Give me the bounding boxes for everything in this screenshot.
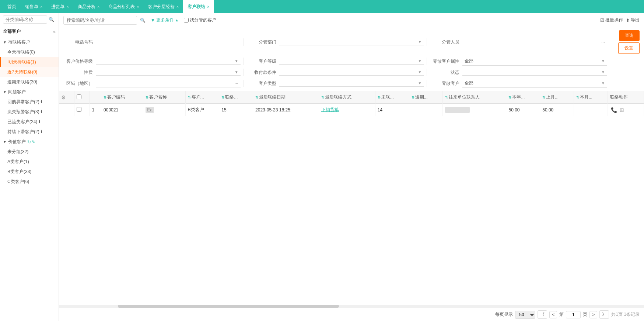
- sort-icon3: ⇅: [188, 95, 191, 99]
- more-conditions-btn[interactable]: ▼ 更多条件 ▲: [148, 15, 181, 25]
- col-gear[interactable]: ⚙: [59, 91, 74, 104]
- cell-action: 📞 ⊞: [608, 104, 644, 116]
- sort-icon: ⇅: [104, 95, 106, 99]
- first-page-btn[interactable]: 《: [538, 310, 547, 319]
- sort-icon4: ⇅: [221, 95, 224, 99]
- nav-customer-ops[interactable]: 客户分层经营 ×: [144, 0, 183, 13]
- sidebar-item-ungrouped[interactable]: 未分组(32): [0, 147, 59, 157]
- col-type[interactable]: ⇅客户...: [185, 91, 219, 104]
- col-code[interactable]: ⇅客户编码: [101, 91, 143, 104]
- value-edit-icon[interactable]: ✎: [32, 139, 35, 145]
- nav-goods-list-close[interactable]: ×: [137, 4, 139, 9]
- sidebar-item-class-a[interactable]: A类客户(1): [0, 157, 59, 167]
- sidebar-item-overdue[interactable]: 逾期未联络(30): [0, 77, 59, 87]
- nav-goods-analysis-close[interactable]: ×: [97, 4, 99, 9]
- sidebar-item-class-c[interactable]: C类客户(6): [0, 177, 59, 187]
- export-icon: ⬆: [626, 18, 630, 23]
- filter-customer-type: 客户类型 ▼: [247, 80, 424, 87]
- nav-sales-close[interactable]: ×: [40, 4, 42, 9]
- next-page-btn[interactable]: >: [589, 311, 597, 318]
- chevron-down-icon3: ▼: [418, 59, 421, 63]
- dept-select[interactable]: ▼: [279, 39, 424, 45]
- grid-icon[interactable]: ⊞: [620, 107, 624, 113]
- col-this-month[interactable]: ⇅本月...: [574, 91, 608, 104]
- nature-select[interactable]: ▼: [96, 69, 241, 76]
- cell-year: 50.00: [506, 104, 540, 116]
- chevron-down-icon7: ▼: [601, 70, 605, 74]
- sidebar-search-input[interactable]: [3, 15, 47, 24]
- value-refresh-icon[interactable]: ↻: [27, 139, 31, 145]
- last-page-btn[interactable]: 》: [599, 310, 609, 319]
- my-customers-checkbox[interactable]: [184, 18, 189, 23]
- customer-type-select[interactable]: ▼: [279, 80, 424, 87]
- sidebar-group-value: ▼ 价值客户 ↻ ✎: [0, 137, 59, 147]
- price-level-select[interactable]: ▼: [96, 58, 241, 65]
- last-method-link[interactable]: 下销货单: [321, 107, 339, 112]
- nav-goods-analysis[interactable]: 商品分析 ×: [73, 0, 104, 13]
- query-btn[interactable]: 查询: [619, 30, 640, 41]
- cell-contact: 15: [219, 104, 253, 116]
- col-last-method[interactable]: ⇅最后联络方式: [319, 91, 375, 104]
- nav-customer-ops-close[interactable]: ×: [176, 4, 179, 9]
- sidebar-item-class-b[interactable]: B类客户(33): [0, 167, 59, 177]
- page-input[interactable]: [566, 311, 581, 318]
- col-contacts[interactable]: ⇅往来单位联系人: [443, 91, 506, 104]
- cell-checkbox[interactable]: [74, 104, 90, 116]
- col-name[interactable]: ⇅客户名称: [143, 91, 185, 104]
- status-select[interactable]: ▼: [462, 69, 607, 76]
- sidebar-item-tomorrow[interactable]: 明天待联络(1): [0, 57, 59, 67]
- sidebar-item-abnormal[interactable]: 回购异常客户(2) ℹ: [0, 97, 59, 107]
- phone-icon[interactable]: 📞: [611, 107, 617, 113]
- scatter-attr-select[interactable]: 全部 ▼: [462, 57, 607, 66]
- sort-icon11: ⇅: [542, 95, 545, 99]
- col-year[interactable]: ⇅本年...: [506, 91, 540, 104]
- nav-goods-analysis-list[interactable]: 商品分析列表 ×: [104, 0, 143, 13]
- sidebar-group-pending: ▼ 待联络客户: [0, 37, 59, 47]
- nav-purchase[interactable]: 进货单 ×: [47, 0, 73, 13]
- horizontal-scrollbar[interactable]: [59, 305, 644, 308]
- nav-customer-contact-close[interactable]: ×: [207, 4, 209, 9]
- settings-btn[interactable]: 设置: [618, 42, 640, 54]
- gear-icon[interactable]: ⚙: [61, 94, 66, 100]
- search-input[interactable]: [63, 16, 137, 25]
- manager-dots[interactable]: ···: [462, 38, 607, 46]
- nav-home[interactable]: 首页: [3, 0, 21, 13]
- col-contact[interactable]: ⇅联络...: [219, 91, 253, 104]
- col-last-date[interactable]: ⇅最后联络日期: [253, 91, 319, 104]
- sidebar-item-churn-warn[interactable]: 流失预警客户(3) ℹ: [0, 107, 59, 117]
- col-checkbox[interactable]: [74, 91, 90, 104]
- adv-filter-row-4: 区域（地区） ··· 客户类型 ▼ 零散客户 全部 ▼: [63, 79, 640, 88]
- nav-sales[interactable]: 销售单 ×: [21, 0, 47, 13]
- col-last-month[interactable]: ⇅上月...: [540, 91, 574, 104]
- sidebar-all-customers[interactable]: 全部客户 «: [0, 26, 59, 37]
- scrollbar-thumb[interactable]: [118, 305, 339, 308]
- checkbox-icon: ☑: [600, 18, 604, 23]
- search-icon[interactable]: 🔍: [140, 18, 146, 23]
- cell-last-method[interactable]: 下销货单: [319, 104, 375, 116]
- nav-customer-contact[interactable]: 客户联络 ×: [183, 0, 214, 13]
- filter-region: 区域（地区） ···: [63, 80, 241, 87]
- sidebar-item-churned[interactable]: 已流失客户(24) ℹ: [0, 117, 59, 127]
- nav-purchase-close[interactable]: ×: [66, 4, 69, 9]
- select-all-checkbox[interactable]: [77, 94, 81, 99]
- sidebar-item-7days[interactable]: 近7天待联络(0): [0, 67, 59, 77]
- prev-page-btn[interactable]: <: [549, 311, 557, 318]
- batch-op-btn[interactable]: ☑ 批量操作: [600, 17, 623, 23]
- my-customers-checkbox-label[interactable]: 我分管的客户: [184, 17, 216, 23]
- sidebar-item-today[interactable]: 今天待联络(0): [0, 47, 59, 57]
- row-checkbox[interactable]: [77, 107, 81, 112]
- phone-input[interactable]: [96, 38, 241, 46]
- sidebar-item-declining[interactable]: 持续下滑客户(2) ℹ: [0, 127, 59, 137]
- sidebar-collapse-icon[interactable]: «: [53, 29, 56, 34]
- col-uncontacted[interactable]: ⇅未联...: [375, 91, 409, 104]
- scatter-customer-select[interactable]: 全部 ▼: [462, 79, 607, 88]
- sidebar-search-icon[interactable]: 🔍: [49, 17, 54, 22]
- region-dots[interactable]: ···: [96, 80, 241, 87]
- filter-price-level: 客户价格等级 ▼: [63, 58, 241, 65]
- export-btn[interactable]: ⬆ 导出: [626, 17, 640, 23]
- filter-phone: 电话号码: [63, 38, 241, 46]
- customer-level-select[interactable]: ▼: [279, 58, 424, 65]
- payment-select[interactable]: ▼: [279, 69, 424, 76]
- col-overdue[interactable]: ⇅逾期...: [409, 91, 443, 104]
- per-page-select[interactable]: 50 100 200: [515, 311, 535, 319]
